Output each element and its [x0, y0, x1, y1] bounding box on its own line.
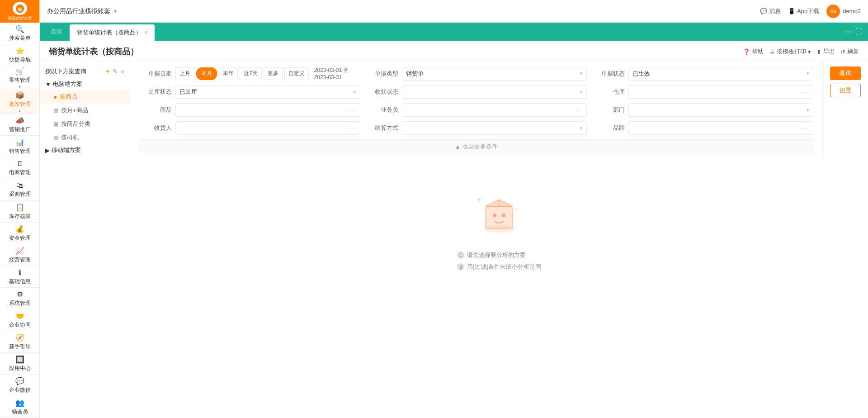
message-btn[interactable]: 💬 消息: [760, 7, 781, 15]
by-category-label: 按商品分类: [61, 120, 90, 128]
warehouse-cell: 仓库 ···: [592, 85, 813, 99]
app-subtitle: 畅捷信好生意: [8, 16, 32, 21]
export-action[interactable]: ⬆ 导出: [816, 48, 835, 56]
sidebar-item-quicknav[interactable]: ⭐ 快捷导航: [0, 44, 39, 66]
sidebar-label-system: 系统管理: [9, 299, 31, 307]
empty-illustration: ✦ ✦: [472, 186, 526, 240]
dept-input[interactable]: ▾: [628, 103, 813, 117]
help-action[interactable]: ❓ 帮助: [743, 48, 764, 56]
panel-section-pc[interactable]: ▼ 电脑端方案: [40, 78, 130, 90]
content-body: 按以下方案查询 + ✎ « ▼ 电脑端方案 ● 按商品: [40, 61, 868, 418]
brand-label: 品牌: [592, 124, 628, 132]
tab-close-icon[interactable]: ×: [144, 29, 147, 36]
sidebar-item-sales[interactable]: 📊 销售管理: [0, 136, 39, 157]
settings-button[interactable]: 设置: [830, 84, 861, 97]
sidebar-item-appstore[interactable]: 🔲 应用中心: [0, 353, 39, 375]
stock-status-input[interactable]: 已出库 ▾: [175, 85, 360, 99]
wholesale-arrow-icon: ▴: [19, 108, 21, 113]
sidebar-item-corp[interactable]: 🤝 企业协同: [0, 309, 39, 331]
tab-maximize-icon[interactable]: ⛶: [855, 28, 863, 36]
stock-status-value: 已出库: [179, 88, 197, 96]
salesperson-label: 业务员: [366, 106, 402, 114]
panel-item-by-goods[interactable]: ● 按商品: [40, 90, 130, 104]
refresh-label: 刷新: [847, 48, 859, 56]
filter-row-4: 收货人 ··· 结算方式 ▾: [139, 121, 813, 135]
empty-state: ✦ ✦ 1 请先选择要分析的方案 2 用[过滤]条件来缩小分析范围: [130, 159, 868, 300]
receiver-label: 收货人: [139, 124, 175, 132]
date-btn-more[interactable]: 更多: [264, 67, 283, 80]
panel-edit-icon[interactable]: ✎: [113, 68, 118, 75]
sidebar-item-guide[interactable]: 🧭 新手引导: [0, 331, 39, 353]
print-action[interactable]: 🖨 按模板打印 ▾: [769, 48, 811, 56]
sidebar-item-wholesale[interactable]: 📦 批发管理 ▴: [0, 90, 39, 114]
receipt-status-label: 收款状态: [366, 88, 402, 96]
sidebar-item-member[interactable]: 👥 畅会员: [0, 396, 39, 418]
left-panel: 按以下方案查询 + ✎ « ▼ 电脑端方案 ● 按商品: [40, 61, 130, 418]
bill-status-dropdown-icon: ▾: [807, 71, 809, 76]
svg-text:✦: ✦: [476, 196, 482, 203]
sidebar-item-wechat[interactable]: 💬 企业微信: [0, 375, 39, 396]
sidebar-item-inventory[interactable]: 📋 库存核算: [0, 201, 39, 223]
svg-text:畅: 畅: [17, 7, 21, 11]
sidebar-label-finance: 资金管理: [9, 234, 31, 242]
sidebar-item-purchase[interactable]: 🛍 采购管理: [0, 179, 39, 201]
finance-icon: 💰: [15, 225, 24, 233]
date-btn-7days[interactable]: 近7天: [240, 67, 262, 80]
panel-item-by-category[interactable]: ▦ 按商品分类: [40, 117, 130, 131]
sidebar-item-marketing[interactable]: 📣 营销推广: [0, 114, 39, 136]
date-btn-thisyear[interactable]: 本年: [219, 67, 238, 80]
brand-input[interactable]: ···: [628, 121, 813, 135]
bill-status-value: 已生效: [632, 70, 650, 78]
sidebar-item-system[interactable]: ⚙ 系统管理: [0, 288, 39, 309]
app-download-btn[interactable]: 📱 App下载: [788, 7, 819, 15]
query-button[interactable]: 查询: [830, 66, 861, 80]
panel-add-icon[interactable]: +: [106, 67, 110, 76]
panel-item-by-driver[interactable]: ▦ 按司机: [40, 131, 130, 144]
sidebar-item-basic[interactable]: ℹ 基础信息: [0, 266, 39, 288]
tab-sales-stats[interactable]: 销货单统计表（按商品） ×: [70, 24, 155, 41]
print-dropdown-icon: ▾: [808, 48, 811, 55]
date-btn-lastmonth[interactable]: 上月: [175, 67, 194, 80]
bill-type-input[interactable]: 销货单 ▾: [402, 67, 587, 81]
bill-status-label: 单据状态: [592, 70, 628, 78]
help-label: 帮助: [752, 48, 764, 56]
page-actions: ❓ 帮助 🖨 按模板打印 ▾ ⬆ 导出 ↺ 刷新: [743, 48, 859, 56]
message-icon: 💬: [760, 8, 767, 14]
collapse-btn[interactable]: ▲ 收起更多条件: [139, 139, 813, 153]
collapse-up-icon: ▲: [455, 143, 461, 150]
date-btn-thismonth[interactable]: 本月: [196, 67, 217, 80]
warehouse-input[interactable]: ···: [628, 85, 813, 99]
goods-input[interactable]: ···: [175, 103, 360, 117]
tab-minimize-icon[interactable]: —: [844, 28, 852, 36]
sidebar-item-operation[interactable]: 📈 经营管理: [0, 244, 39, 266]
logo-icon: 畅: [13, 2, 27, 15]
sidebar-item-retail[interactable]: 🛒 零售管理 ▾: [0, 66, 39, 90]
guide-icon: 🧭: [15, 333, 24, 342]
panel-header-actions: + ✎ «: [106, 67, 124, 76]
ecommerce-icon: 🖥: [16, 160, 24, 168]
main-area: 办公用品行业模拟账套 ▾ 💬 消息 📱 App下载 Ea demo2 首页: [40, 0, 868, 418]
panel-header-label: 按以下方案查询: [45, 67, 86, 76]
industry-dropdown-icon[interactable]: ▾: [114, 8, 117, 14]
refresh-action[interactable]: ↺ 刷新: [840, 48, 859, 56]
user-info[interactable]: Ea demo2: [826, 5, 861, 18]
sidebar-item-search[interactable]: 🔍 搜索菜单: [0, 23, 39, 44]
app-download-icon: 📱: [788, 8, 795, 14]
payment-input[interactable]: ▾: [402, 121, 587, 135]
bill-status-input[interactable]: 已生效 ▾: [628, 67, 813, 81]
salesperson-cell: 业务员 ···: [366, 103, 587, 117]
panel-header: 按以下方案查询 + ✎ «: [40, 65, 130, 78]
date-range-label: 2023-03-01 至 2023-03-31: [314, 66, 360, 81]
salesperson-input[interactable]: ···: [402, 103, 587, 117]
sidebar-item-finance[interactable]: 💰 资金管理: [0, 223, 39, 244]
sidebar-label-quicknav: 快捷导航: [9, 56, 31, 64]
date-btn-custom[interactable]: 自定义: [284, 67, 309, 80]
panel-item-by-month-goods[interactable]: ▦ 按月+商品: [40, 104, 130, 117]
panel-section-mobile[interactable]: ▶ 移动端方案: [40, 144, 130, 156]
receipt-status-input[interactable]: ▾: [402, 85, 587, 99]
sidebar-item-ecommerce[interactable]: 🖥 电商管理: [0, 157, 39, 179]
by-month-goods-icon: ▦: [53, 107, 58, 114]
tab-home[interactable]: 首页: [43, 23, 70, 41]
receiver-input[interactable]: ···: [175, 121, 360, 135]
panel-collapse-icon[interactable]: «: [121, 68, 124, 75]
